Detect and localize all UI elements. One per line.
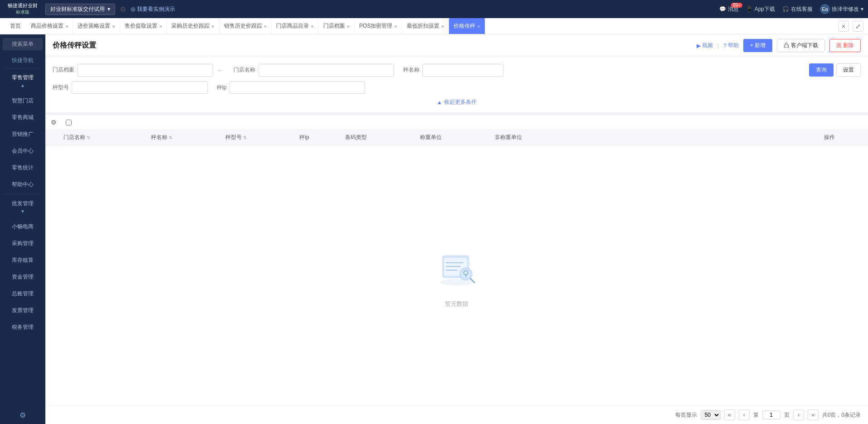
tab-item[interactable]: POS加密管理 ×	[355, 18, 402, 34]
online-service-btn[interactable]: 🎧 在线客服	[782, 5, 813, 13]
settings-button[interactable]: 设置	[836, 63, 861, 77]
tab-home[interactable]: 首页	[5, 22, 26, 30]
main-layout: 搜索菜单 快捷导航 零售管理 ▲ 智慧门店 零售商城 营销推广 会员中心 零售统…	[0, 34, 868, 424]
th-scale-name[interactable]: 秤名称 ⇅	[146, 130, 221, 145]
tab-item[interactable]: 售价提取设置 ×	[120, 18, 167, 34]
close-icon[interactable]: ×	[347, 24, 350, 29]
next-page-btn[interactable]: ›	[793, 410, 804, 420]
sidebar-item-retail-mgmt[interactable]: 零售管理 ▲	[0, 69, 45, 92]
prev-page-btn[interactable]: ‹	[739, 410, 750, 420]
sidebar-item-marketing[interactable]: 营销推广	[0, 126, 45, 143]
close-icon[interactable]: ×	[394, 24, 397, 29]
tab-active[interactable]: 价格传秤 ×	[449, 18, 485, 34]
logo-title: 畅捷通好业财	[8, 3, 38, 9]
message-btn[interactable]: 💬 消息 99+	[719, 5, 739, 13]
app-download-btn[interactable]: 📱 App下载	[746, 5, 775, 13]
page-size-select[interactable]: 50	[701, 410, 721, 420]
user-area[interactable]: Ea 徐泽华修改 ▾	[820, 4, 863, 14]
search-menu-btn[interactable]: 搜索菜单	[3, 38, 43, 50]
filter-scale-model: 秤型号	[53, 81, 208, 94]
sidebar-item-label: 资金管理	[12, 273, 34, 281]
sidebar-item-invoice-mgmt[interactable]: 发票管理	[0, 302, 45, 319]
close-icon[interactable]: ×	[211, 24, 214, 29]
delete-button[interactable]: 面 删除	[829, 39, 861, 52]
maximize-tab-btn[interactable]: ⤢	[853, 21, 863, 32]
table-settings-icon[interactable]: ⚙	[51, 119, 57, 126]
tab-item[interactable]: 门店档案 ×	[319, 18, 355, 34]
scale-ip-label: 秤ip	[217, 84, 226, 92]
close-icon[interactable]: ×	[264, 24, 267, 29]
expand-icon: ▼	[20, 209, 25, 214]
select-all-checkbox[interactable]	[66, 120, 72, 125]
page-input[interactable]	[762, 410, 780, 419]
close-icon[interactable]: ×	[159, 24, 162, 29]
tab-label: 门店商品目录	[276, 22, 309, 30]
page-actions: ▶ 视频 | ? 帮助 + 新增 凸 客户端下载 面 删除	[697, 39, 861, 52]
tab-item[interactable]: 最低折扣设置 ×	[402, 18, 449, 34]
logo-area: 畅捷通好业财 标准版	[5, 3, 41, 15]
tab-item[interactable]: 门店商品目录 ×	[272, 18, 318, 34]
tab-label: 售价提取设置	[125, 22, 157, 30]
close-tab-btn[interactable]: ×	[838, 21, 849, 32]
version-select[interactable]: 好业财标准版交付试用 ▾	[45, 4, 115, 15]
collapse-btn[interactable]: ▲ 收起更多条件	[437, 98, 477, 106]
tab-item[interactable]: 销售历史价跟踪 ×	[219, 18, 272, 34]
sidebar-bottom: ⚙	[0, 406, 45, 424]
tab-item[interactable]: 进价策略设置 ×	[73, 18, 120, 34]
play-circle-icon: ▶	[697, 43, 701, 49]
tab-label: POS加密管理	[359, 22, 392, 30]
last-page-btn[interactable]: »	[808, 410, 819, 420]
sidebar-item-smart-store[interactable]: 智慧门店	[0, 92, 45, 109]
sidebar-item-inventory[interactable]: 库存核算	[0, 252, 45, 269]
add-button[interactable]: + 新增	[743, 39, 772, 52]
tab-item[interactable]: 商品价格设置 ×	[26, 18, 73, 34]
sidebar-item-finance-mgmt[interactable]: 资金管理	[0, 269, 45, 285]
tab-label: 商品价格设置	[31, 22, 63, 30]
close-icon[interactable]: ×	[112, 24, 115, 29]
tab-end-btns: × ⤢	[838, 21, 863, 32]
scale-name-input[interactable]	[422, 64, 504, 77]
close-icon[interactable]: ×	[441, 24, 444, 29]
video-link[interactable]: ▶ 视频	[697, 42, 713, 49]
th-scale-model[interactable]: 秤型号 ⇅	[221, 130, 295, 145]
help-link[interactable]: ? 帮助	[723, 42, 739, 49]
query-button[interactable]: 查询	[809, 63, 834, 77]
data-table: 门店名称 ⇅ 秤名称 ⇅ 秤型号 ⇅ 秤ip	[45, 130, 868, 145]
close-icon[interactable]: ×	[311, 24, 313, 29]
tab-item[interactable]: 采购历史价跟踪 ×	[167, 18, 219, 34]
store-name-input[interactable]	[258, 64, 394, 77]
sidebar-item-purchase-mgmt[interactable]: 采购管理	[0, 235, 45, 252]
th-weight-unit: 称重单位	[415, 130, 490, 145]
scale-model-input[interactable]	[72, 81, 208, 94]
sidebar-item-ecommerce[interactable]: 小畅电商	[0, 218, 45, 235]
question-icon: ?	[723, 43, 727, 49]
sidebar-item-help-center[interactable]: 帮助中心	[0, 176, 45, 193]
settings-icon[interactable]: ⚙	[120, 5, 126, 14]
filter-store-archive: 门店档案 ···	[53, 64, 224, 77]
sidebar-item-label: 零售统计	[12, 164, 34, 172]
sidebar-quicknav[interactable]: 快捷导航	[0, 54, 45, 67]
more-options-icon[interactable]: ···	[216, 67, 224, 73]
sidebar-item-member-center[interactable]: 会员中心	[0, 143, 45, 159]
export-button[interactable]: 凸 客户端下载	[777, 39, 824, 52]
filter-store-name: 门店名称	[234, 64, 394, 77]
store-archive-input[interactable]	[77, 64, 213, 77]
sidebar-item-tax-mgmt[interactable]: 税务管理	[0, 319, 45, 336]
settings-icon[interactable]: ⚙	[20, 411, 26, 419]
tab-label: 采购历史价跟踪	[171, 22, 210, 30]
sidebar-item-label: 税务管理	[12, 323, 34, 331]
demo-link[interactable]: ◎ 我要看实例演示	[131, 5, 175, 13]
sidebar-item-general-ledger[interactable]: 总账管理	[0, 285, 45, 302]
sidebar-item-retail-mall[interactable]: 零售商城	[0, 109, 45, 126]
close-icon[interactable]: ×	[65, 24, 68, 29]
tab-label: 门店档案	[323, 22, 345, 30]
filter-row-2: 秤型号 秤ip	[53, 81, 861, 94]
th-store-name[interactable]: 门店名称 ⇅	[59, 130, 146, 145]
sidebar-item-wholesale-mgmt[interactable]: 批发管理 ▼	[0, 195, 45, 218]
sidebar-item-retail-stats[interactable]: 零售统计	[0, 159, 45, 176]
scale-ip-input[interactable]	[229, 81, 365, 94]
first-page-btn[interactable]: «	[724, 410, 735, 420]
page-title: 价格传秤设置	[53, 41, 96, 50]
close-icon[interactable]: ×	[477, 24, 480, 29]
sidebar-item-label: 帮助中心	[12, 181, 34, 188]
